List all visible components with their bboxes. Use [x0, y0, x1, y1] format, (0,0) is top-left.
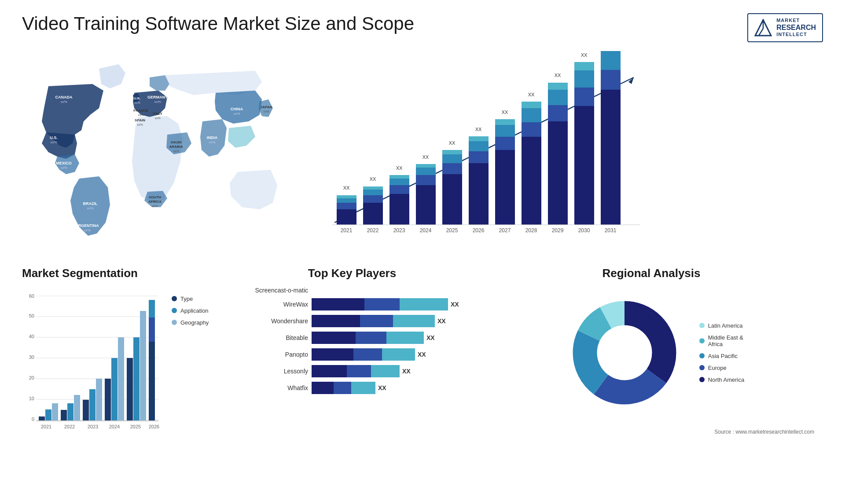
bar-mid-5	[347, 365, 371, 377]
svg-text:xx%: xx%	[60, 100, 67, 104]
legend-label-application: Application	[180, 307, 209, 314]
svg-rect-52	[416, 185, 436, 225]
svg-text:2023: 2023	[88, 424, 98, 429]
svg-text:ARGENTINA: ARGENTINA	[75, 223, 99, 228]
growth-chart: XX XX XX XX XX	[308, 51, 651, 245]
player-name-2: Wondershare	[238, 318, 308, 325]
svg-rect-73	[522, 122, 541, 137]
source-text: Source : www.marketresearchintellect.com	[714, 429, 814, 435]
svg-text:2025: 2025	[130, 424, 141, 429]
svg-text:xx%: xx%	[134, 101, 140, 104]
svg-rect-84	[574, 70, 594, 88]
players-title: Top Key Players	[238, 267, 467, 280]
bar-light-1	[400, 298, 448, 310]
svg-rect-37	[337, 209, 356, 225]
svg-rect-129	[133, 337, 140, 420]
player-row-2: Wondershare XX	[238, 315, 467, 327]
svg-text:xx%: xx%	[233, 112, 240, 116]
legend-dot-mea	[699, 338, 705, 343]
legend-dot-geography	[172, 320, 177, 325]
donut-container: Latin America Middle East &Africa Asia P…	[480, 287, 823, 419]
svg-text:40: 40	[29, 334, 34, 339]
svg-text:ARABIA: ARABIA	[169, 145, 183, 149]
svg-rect-68	[495, 137, 515, 150]
player-bar-6: XX	[312, 382, 386, 394]
legend-label-geography: Geography	[180, 319, 209, 326]
legend-item-geography: Geography	[172, 319, 209, 326]
bar-dark-1	[312, 298, 364, 310]
legend-dot-apac	[699, 353, 705, 358]
svg-text:2026: 2026	[473, 227, 485, 234]
svg-rect-62	[469, 163, 489, 225]
player-row-5: Lessonly XX	[238, 365, 467, 377]
svg-text:U.S.: U.S.	[50, 135, 58, 140]
regional-title: Regional Analysis	[480, 267, 823, 280]
svg-text:2021: 2021	[41, 424, 51, 429]
svg-text:XX: XX	[502, 110, 508, 115]
svg-rect-67	[495, 150, 515, 225]
regional-legend: Latin America Middle East &Africa Asia P…	[699, 322, 744, 383]
svg-text:2028: 2028	[525, 227, 537, 234]
svg-rect-85	[574, 62, 594, 70]
svg-rect-126	[111, 358, 118, 420]
svg-text:30: 30	[29, 354, 34, 360]
player-name-6: Whatfix	[238, 384, 308, 391]
svg-text:U.K.: U.K.	[134, 96, 141, 100]
main-content: CANADA xx% U.S. xx% MEXICO xx% BRAZIL xx…	[0, 47, 845, 258]
svg-rect-77	[548, 121, 568, 225]
player-row-6: Whatfix XX	[238, 382, 467, 394]
svg-text:GERMANY: GERMANY	[147, 95, 168, 99]
svg-rect-44	[363, 190, 383, 195]
legend-label-apac: Asia Pacific	[708, 353, 738, 359]
svg-text:2029: 2029	[552, 227, 564, 234]
svg-rect-75	[522, 102, 541, 108]
svg-rect-42	[363, 203, 383, 225]
world-map: CANADA xx% U.S. xx% MEXICO xx% BRAZIL xx…	[22, 51, 295, 245]
player-value-2: XX	[437, 318, 446, 325]
player-bar-2: XX	[312, 315, 446, 327]
svg-text:MEXICO: MEXICO	[56, 161, 72, 165]
bar-dark-6	[312, 382, 334, 394]
svg-rect-127	[118, 337, 124, 420]
svg-rect-122	[83, 400, 89, 420]
player-name-4: Panopto	[238, 351, 308, 358]
player-value-5: XX	[402, 368, 411, 375]
logo-icon	[754, 19, 772, 37]
legend-label-na: North America	[708, 376, 744, 383]
svg-rect-133	[149, 300, 155, 318]
header: Video Training Software Market Size and …	[0, 0, 845, 47]
logo-text: MARKET RESEARCH INTELLECT	[776, 18, 816, 38]
svg-rect-48	[389, 185, 409, 194]
svg-text:SAUDI: SAUDI	[171, 140, 182, 144]
svg-rect-119	[61, 410, 67, 420]
svg-text:xx%: xx%	[154, 100, 161, 104]
svg-text:xx%: xx%	[173, 150, 179, 153]
legend-dot-europe	[699, 365, 705, 370]
svg-text:XX: XX	[555, 73, 561, 78]
svg-text:xx%: xx%	[152, 205, 158, 208]
legend-dot-latin	[699, 323, 705, 328]
svg-rect-89	[601, 51, 621, 70]
svg-rect-49	[389, 179, 409, 185]
svg-rect-130	[140, 311, 146, 420]
player-bar-5: XX	[312, 365, 411, 377]
svg-rect-87	[601, 90, 621, 225]
player-bar-segments-1	[312, 298, 448, 310]
svg-rect-47	[389, 194, 409, 225]
svg-rect-64	[469, 141, 489, 151]
svg-rect-116	[39, 416, 45, 420]
svg-text:2026: 2026	[149, 424, 159, 429]
svg-rect-118	[52, 403, 58, 420]
svg-text:XX: XX	[475, 127, 482, 132]
svg-text:2023: 2023	[393, 227, 405, 234]
legend-item-latin: Latin America	[699, 322, 744, 329]
bar-mid-2	[360, 315, 393, 327]
svg-text:XX: XX	[581, 52, 588, 58]
svg-text:XX: XX	[370, 176, 376, 182]
svg-text:XX: XX	[449, 140, 456, 146]
svg-rect-79	[548, 90, 568, 105]
svg-rect-132	[149, 318, 155, 342]
players-section: Top Key Players Screencast-o-matic WireW…	[238, 267, 467, 495]
bar-dark-5	[312, 365, 347, 377]
growth-section: XX XX XX XX XX	[308, 51, 823, 253]
